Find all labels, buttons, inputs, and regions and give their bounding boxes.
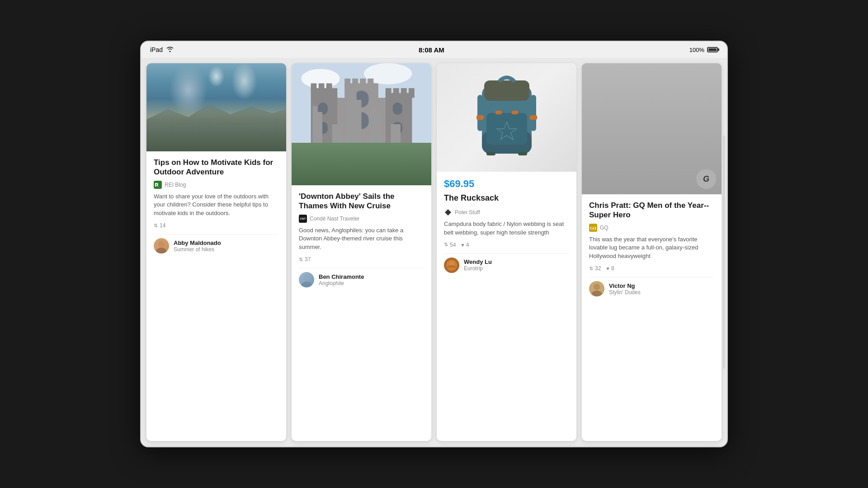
svg-rect-53 (646, 151, 658, 161)
card-source-poler: Poler Stuff (444, 208, 569, 216)
card-price: $69.95 (444, 178, 569, 190)
card-user-downton[interactable]: Ben Chiramonte Anglophile (299, 268, 424, 287)
svg-rect-17 (352, 79, 358, 87)
svg-rect-23 (393, 122, 402, 134)
like-icon: ♥ (461, 242, 464, 248)
svg-rect-52 (630, 153, 674, 160)
card-user-rucksack[interactable]: Wendy Lu Eurotrip (444, 253, 569, 273)
card-stats-rucksack: ⇅ 54 ♥ 4 (444, 242, 569, 248)
svg-rect-33 (486, 113, 527, 145)
battery-percent: 100% (689, 47, 704, 53)
card-rucksack[interactable]: $69.95 The Rucksack Poler Stuff Campdura… (437, 63, 576, 441)
svg-point-29 (301, 282, 312, 287)
card-downton-abbey[interactable]: 'Downton Abbey' Sails the Thames With Ne… (292, 63, 431, 441)
like-icon-2: ♥ (606, 266, 609, 271)
card-user-rei[interactable]: Abby Maldonado Summer of hikes (154, 234, 279, 253)
svg-rect-20 (318, 103, 328, 115)
ipad-frame: iPad 8:08 AM 100% Tips o (140, 41, 728, 447)
svg-rect-54 (627, 158, 676, 194)
stat-likes-gq-val: 8 (611, 265, 614, 272)
cnt-source-icon: CNT (299, 215, 307, 223)
user-name-victor: Victor Ng (609, 282, 641, 289)
repost-icon-3: ⇅ (444, 242, 448, 248)
cnt-source-name: Condé Nast Traveler (310, 216, 359, 222)
card-image-castle (292, 63, 431, 185)
stat-likes-val: 4 (466, 242, 469, 248)
svg-rect-39 (530, 115, 537, 120)
svg-text:GQ: GQ (590, 226, 596, 230)
repost-icon-4: ⇅ (589, 266, 593, 272)
svg-rect-27 (292, 155, 431, 185)
stat-count-downton-val: 37 (305, 256, 311, 263)
stat-count-rucksack-val: 54 (450, 242, 456, 248)
svg-rect-22 (393, 103, 402, 115)
svg-rect-37 (531, 95, 536, 131)
stat-count-rei: ⇅ 14 (154, 222, 165, 229)
svg-rect-34 (495, 111, 502, 114)
svg-rect-42 (518, 152, 527, 155)
card-description-rei: Want to share your love of the outdoors … (154, 192, 279, 218)
svg-rect-25 (354, 112, 369, 129)
stat-count-rucksack: ⇅ 54 (444, 242, 456, 248)
device-name: iPad (150, 46, 163, 53)
current-time: 8:08 AM (419, 46, 444, 54)
card-body-gq: Chris Pratt: GQ Men of the Year--Super H… (582, 194, 722, 441)
svg-rect-49 (630, 98, 674, 184)
svg-rect-14 (409, 88, 415, 98)
user-collection-abby: Summer of hikes (174, 246, 221, 253)
card-source-gq: GQ GQ (589, 224, 714, 232)
user-name-wendy: Wendy Lu (464, 258, 492, 265)
repost-icon-2: ⇅ (299, 257, 303, 263)
stat-count-gq: ⇅ 32 (589, 265, 601, 272)
card-user-gq[interactable]: Victor Ng Stylin' Dudes (589, 277, 714, 296)
rei-source-name: REI Blog (165, 182, 186, 188)
svg-marker-43 (445, 209, 451, 216)
gq-source-icon: GQ (589, 224, 597, 232)
battery-icon (707, 47, 718, 52)
svg-rect-8 (319, 83, 325, 93)
card-source-cnt: CNT Condé Nast Traveler (299, 215, 424, 223)
card-title-downton: 'Downton Abbey' Sails the Thames With Ne… (299, 192, 424, 211)
stat-likes-rucksack: ♥ 4 (461, 242, 469, 248)
stat-count-downton: ⇅ 37 (299, 256, 311, 263)
user-collection-ben: Anglophile (319, 280, 364, 286)
svg-rect-13 (401, 88, 407, 98)
svg-point-50 (635, 65, 669, 106)
poler-source-icon (444, 208, 452, 216)
user-name-ben: Ben Chiramonte (319, 273, 364, 280)
svg-point-28 (303, 275, 310, 281)
svg-rect-32 (484, 80, 529, 101)
card-description-gq: This was the year that everyone's favori… (589, 235, 714, 261)
card-stats-downton: ⇅ 37 (299, 256, 424, 263)
svg-rect-21 (318, 122, 328, 134)
card-title-rei: Tips on How to Motivate Kids for Outdoor… (154, 158, 279, 177)
gq-source-name: GQ (600, 225, 609, 231)
card-chris-pratt[interactable]: G Chris Pratt: GQ Men of the Year--Super… (582, 63, 722, 441)
card-description-rucksack: Campdura body fabric / Nylon webbing is … (444, 220, 569, 237)
repost-icon: ⇅ (154, 223, 158, 229)
stat-likes-gq: ♥ 8 (606, 265, 614, 272)
svg-rect-7 (311, 83, 317, 93)
svg-rect-16 (344, 79, 350, 87)
user-name-abby: Abby Maldonado (174, 239, 221, 246)
card-title-gq: Chris Pratt: GQ Men of the Year--Super H… (589, 201, 714, 220)
svg-rect-18 (360, 79, 366, 87)
card-image-mountains (146, 63, 286, 151)
user-collection-wendy: Eurotrip (464, 265, 492, 272)
card-stats-rei: ⇅ 14 (154, 222, 279, 229)
card-body-downton: 'Downton Abbey' Sails the Thames With Ne… (292, 185, 431, 441)
card-description-downton: Good news, Anglophiles: you can take a D… (299, 226, 424, 252)
svg-rect-48 (616, 88, 688, 194)
svg-rect-9 (326, 83, 332, 93)
user-avatar-ben (299, 272, 314, 287)
user-avatar-victor (589, 281, 604, 296)
status-right: 100% (689, 47, 718, 53)
stat-count-gq-val: 32 (595, 265, 601, 272)
cards-grid: Tips on How to Motivate Kids for Outdoor… (141, 58, 727, 446)
user-collection-victor: Stylin' Dudes (609, 289, 641, 296)
svg-rect-35 (512, 111, 518, 114)
content-area[interactable]: Tips on How to Motivate Kids for Outdoor… (141, 58, 727, 446)
card-rei-outdoor[interactable]: Tips on How to Motivate Kids for Outdoor… (146, 63, 286, 441)
svg-point-0 (158, 241, 165, 247)
rei-source-icon (154, 181, 162, 189)
